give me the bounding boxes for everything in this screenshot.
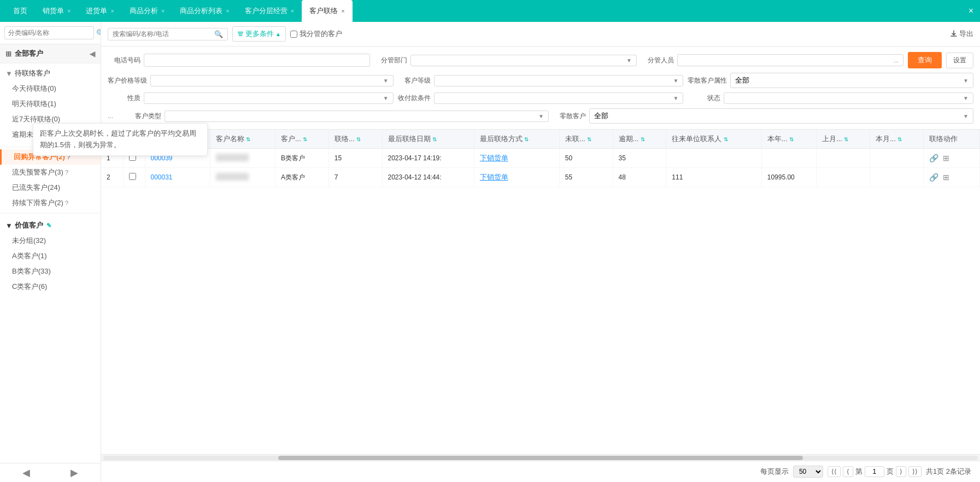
tab-product-analysis-list[interactable]: 商品分析列表 × [172, 0, 237, 22]
sort-uncontact-icon[interactable]: ⇅ [587, 136, 591, 142]
blurred-name-2 [216, 173, 249, 181]
sort-type-icon[interactable]: ⇅ [303, 136, 307, 142]
more-dots[interactable]: ... [108, 112, 113, 120]
status-chevron: ▼ [963, 95, 969, 101]
sidebar-search-icon[interactable]: 🔍 [96, 29, 101, 37]
sidebar-item-tomorrow[interactable]: 明天待联络(1) [0, 96, 101, 112]
tab-purchase-order[interactable]: 进货单 × [78, 0, 121, 22]
search-input[interactable] [113, 30, 214, 38]
dept-select[interactable]: ▼ [410, 55, 637, 66]
sort-last-method-icon[interactable]: ⇅ [524, 136, 529, 142]
filter-row-1: 电话号码 分管部门 ▼ 分管人员 ... 查 [108, 52, 973, 68]
phone-input[interactable] [144, 54, 370, 67]
declining-help-icon: ? [65, 200, 68, 206]
filter-icon [237, 31, 244, 37]
tab-customer-tier[interactable]: 客户分层经营 × [237, 0, 302, 22]
action-link-icon-2[interactable]: 🔗 [929, 173, 938, 182]
filter-bar: 🔍 更多条件 ▲ 我分管的客户 导出 [101, 22, 980, 47]
page-prev-btn[interactable]: ⟨ [843, 466, 853, 477]
sort-contact-icon[interactable]: ⇅ [356, 136, 361, 142]
th-action: 联络动作 [923, 130, 979, 149]
page-first-btn[interactable]: ⟨⟨ [828, 466, 841, 477]
setting-button[interactable]: 设置 [946, 53, 973, 68]
action-link-icon-1[interactable]: 🔗 [929, 154, 938, 162]
manager-select[interactable]: ... [677, 54, 903, 66]
page-last-btn[interactable]: ⟩⟩ [908, 466, 922, 477]
retail-attr-chevron: ▼ [963, 78, 969, 84]
payment-chevron: ▼ [673, 95, 678, 101]
last-method-link-1[interactable]: 下销货单 [480, 154, 508, 162]
cust-type-select[interactable]: ▼ [165, 111, 549, 122]
sidebar-left-btn[interactable]: ◀ [2, 467, 50, 479]
sidebar-right-btn[interactable]: ▶ [50, 467, 98, 479]
action-grid-icon-2[interactable]: ⊞ [943, 173, 949, 182]
page-next-btn[interactable]: ⟩ [896, 466, 906, 477]
pending-contact-group-title[interactable]: ▼ 待联络客户 [0, 66, 101, 81]
close-tab-customer-tier[interactable]: × [291, 8, 294, 14]
h-scrollbar[interactable] [101, 454, 980, 461]
close-window-btn[interactable]: × [969, 6, 973, 16]
sort-this-month-icon[interactable]: ⇅ [897, 136, 902, 142]
sort-last-month-icon[interactable]: ⇅ [844, 136, 848, 142]
sidebar-search-input[interactable] [4, 26, 94, 39]
cell-code-2[interactable]: 000031 [145, 168, 210, 187]
h-scroll-track [103, 456, 978, 460]
last-method-link-2[interactable]: 下销货单 [480, 173, 508, 181]
sidebar-item-today[interactable]: 今天待联络(0) [0, 81, 101, 96]
tab-customer-contact[interactable]: 客户联络 × [302, 0, 352, 22]
per-page-select[interactable]: 50 20 100 [793, 466, 823, 478]
more-conditions-btn[interactable]: 更多条件 ▲ [232, 26, 286, 42]
close-tab-product[interactable]: × [161, 8, 165, 14]
sort-name-icon[interactable]: ⇅ [246, 136, 250, 142]
sort-overdue-icon[interactable]: ⇅ [641, 136, 645, 142]
tab-product-analysis[interactable]: 商品分析 × [122, 0, 172, 22]
status-select[interactable]: ▼ [724, 92, 973, 104]
th-this-year: 本年... ⇅ [761, 130, 816, 149]
content-area: 🔍 更多条件 ▲ 我分管的客户 导出 电话号码 [101, 22, 980, 482]
cust-type-chevron: ▼ [538, 113, 544, 119]
value-edit-icon[interactable]: ✎ [46, 222, 51, 229]
cell-overdue-2: 48 [613, 168, 666, 187]
sidebar-item-lost-preview[interactable]: 流失预警客户(3) ? [0, 165, 101, 180]
tab-sales-order[interactable]: 销货单 × [35, 0, 78, 22]
sidebar-item-declining[interactable]: 持续下滑客户(2) ? [0, 195, 101, 211]
my-customers-checkbox[interactable] [290, 31, 297, 38]
search-icon[interactable]: 🔍 [214, 30, 223, 38]
export-btn[interactable]: 导出 [950, 29, 973, 39]
collapse-sidebar-btn[interactable]: ◀ [90, 50, 95, 58]
row-checkbox-2[interactable] [129, 173, 136, 180]
retail-attr-select[interactable]: 全部 ▼ [730, 73, 973, 88]
price-level-select[interactable]: ▼ [150, 75, 394, 86]
filter-item-cust-level: 客户等级 ▼ [398, 75, 684, 86]
value-customers-title[interactable]: ▼ 价值客户 ✎ [0, 218, 101, 233]
th-last-contact-date: 最后联络日期 ⇅ [382, 130, 474, 149]
cell-type-2: A类客户 [275, 168, 328, 187]
export-icon [950, 30, 958, 38]
filter-item-phone: 电话号码 [108, 54, 370, 67]
close-tab-product-list[interactable]: × [226, 8, 229, 14]
gender-select[interactable]: ▼ [144, 92, 394, 104]
close-tab-sales[interactable]: × [67, 8, 71, 14]
payment-select[interactable]: ▼ [434, 92, 684, 104]
query-button[interactable]: 查询 [908, 52, 942, 68]
cust-level-select[interactable]: ▼ [434, 75, 684, 86]
tab-home[interactable]: 首页 [5, 0, 35, 22]
sidebar-item-a-class[interactable]: A类客户(1) [0, 248, 101, 264]
my-customers-check[interactable]: 我分管的客户 [290, 29, 342, 39]
table-footer: 每页显示 50 20 100 ⟨⟨ ⟨ 第 页 ⟩ ⟩⟩ 共1页 2条记录 [101, 461, 980, 482]
sort-contact-person-icon[interactable]: ⇅ [724, 136, 728, 142]
h-scroll-thumb[interactable] [278, 456, 803, 460]
close-tab-purchase[interactable]: × [110, 8, 114, 14]
retail-cust-select[interactable]: 全部 ▼ [589, 108, 973, 124]
close-tab-customer-contact[interactable]: × [341, 8, 344, 14]
sidebar-item-c-class[interactable]: C类客户(6) [0, 279, 101, 294]
page-input[interactable] [865, 466, 884, 477]
sidebar-item-ungrouped[interactable]: 未分组(32) [0, 233, 101, 248]
th-this-month: 本月... ⇅ [870, 130, 923, 149]
sidebar-item-b-class[interactable]: B类客户(33) [0, 264, 101, 279]
sort-this-year-icon[interactable]: ⇅ [789, 136, 794, 142]
sidebar-item-already-lost[interactable]: 已流失客户(24) [0, 180, 101, 195]
filter-item-price-level: 客户价格等级 ▼ [108, 75, 394, 86]
action-grid-icon-1[interactable]: ⊞ [943, 154, 949, 162]
sort-last-date-icon[interactable]: ⇅ [432, 136, 437, 142]
